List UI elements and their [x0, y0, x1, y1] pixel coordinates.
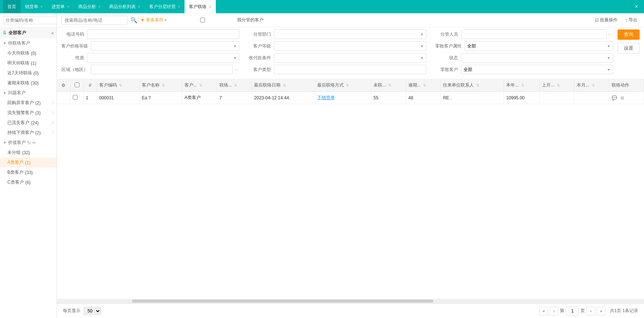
col-header-last-date[interactable]: 最后联络日期 ⇅	[252, 79, 315, 92]
cust-level-select[interactable]: ▼	[274, 41, 426, 51]
cust-type-input[interactable]	[274, 65, 426, 74]
nature-select[interactable]: ▼	[87, 53, 239, 63]
repurchase-help-icon[interactable]: ?	[51, 101, 54, 105]
row-action-contact-icon[interactable]: 💬	[612, 95, 617, 100]
sidebar-section-problem[interactable]: ▼ 问题客户	[0, 88, 57, 98]
batch-ops-button[interactable]: ☑ 批量操作	[592, 15, 620, 25]
page-number-input[interactable]	[566, 307, 579, 315]
sidebar-item-overdue[interactable]: 逾期未联络 (30)	[0, 78, 57, 88]
row-action-cell[interactable]: 💬 ⊞	[609, 92, 644, 104]
sidebar-item-declining[interactable]: 持续下滑客户 (2) ?	[0, 128, 57, 138]
filter-row-1: 电话号码 分管部门 ▼ 分管人员	[61, 29, 613, 39]
sidebar-item-ungroup[interactable]: 未分组 (32)	[0, 148, 57, 158]
sidebar-item-class-c[interactable]: C类客户 (6)	[0, 177, 57, 187]
select-all-checkbox[interactable]	[75, 82, 79, 87]
my-customers-filter[interactable]: 我分管的客户	[169, 17, 264, 23]
prev-page-button[interactable]: ‹	[550, 307, 558, 315]
class-b-label: B类客户	[7, 169, 24, 176]
sidebar-search-input[interactable]	[3, 16, 57, 24]
overdue-count: (30)	[31, 81, 39, 86]
col-header-check[interactable]	[70, 79, 83, 92]
row-last-method-cell[interactable]: 下销货单	[315, 92, 371, 104]
phone-input[interactable]	[87, 29, 239, 39]
sidebar-item-churned[interactable]: 已流失客户 (24) ?	[0, 118, 57, 128]
value-edit-icon[interactable]: ✏	[32, 140, 36, 145]
manager-dots-icon[interactable]: ···	[607, 32, 613, 37]
tab-analysis-close[interactable]: ×	[98, 4, 100, 9]
col-header-this-month[interactable]: 本月... ⇅	[575, 79, 609, 92]
col-header-code[interactable]: 客户编码 ⇅	[97, 79, 139, 92]
horizontal-scrollbar[interactable]	[57, 299, 644, 303]
col-header-last-method[interactable]: 最后联络方式 ⇅	[315, 79, 371, 92]
sidebar-item-repurchase[interactable]: 回购异常客户 (2) ?	[0, 98, 57, 108]
sidebar-item-class-a[interactable]: A类客户 (1)	[0, 158, 57, 167]
sidebar-search-bar: 🔍	[0, 13, 57, 28]
col-header-contact-count[interactable]: 联络... ⇅	[217, 79, 252, 92]
col-header-level[interactable]: 客户... ⇅	[182, 79, 217, 92]
last-page-button[interactable]: »	[597, 307, 605, 315]
tab-purchase-close[interactable]: ×	[67, 4, 69, 9]
churned-help-icon[interactable]: ?	[51, 121, 54, 125]
status-select[interactable]: ▼	[461, 53, 613, 63]
sidebar-item-tomorrow[interactable]: 明天待联络 (1)	[0, 58, 57, 68]
col-last-month-label: 上月...	[542, 82, 554, 88]
col-header-gear[interactable]: ⚙	[57, 79, 70, 92]
tab-analysis-list-close[interactable]: ×	[138, 4, 140, 9]
row-level: A类客户	[185, 95, 201, 100]
nav-tab-purchase[interactable]: 进货单 ×	[47, 0, 74, 13]
col-header-last-month[interactable]: 上月... ⇅	[540, 79, 575, 92]
collapse-sidebar-icon[interactable]: «	[51, 31, 54, 36]
nav-tab-customer-tier[interactable]: 客户分层经营 ×	[145, 0, 185, 13]
declining-help-icon[interactable]: ?	[51, 131, 54, 135]
sidebar-section-pending[interactable]: ▼ 待联络客户	[0, 38, 57, 48]
col-header-uncontacted[interactable]: 未联... ⇅	[371, 79, 406, 92]
row-last-method[interactable]: 下销货单	[317, 95, 335, 100]
tab-customer-contact-close[interactable]: ×	[209, 4, 211, 9]
price-level-select[interactable]: ▼	[91, 41, 239, 51]
region-dots-icon[interactable]: ···	[233, 67, 239, 72]
nav-tab-sales[interactable]: 销货单 ×	[21, 0, 47, 13]
col-contact-count-label: 联络...	[219, 82, 232, 88]
search-button[interactable]: 🔍	[130, 17, 137, 24]
sidebar-item-week[interactable]: 近7天待联络 (0)	[0, 68, 57, 78]
nav-tab-customer-contact[interactable]: 客户联络 ×	[185, 0, 215, 13]
churn-warn-help-icon[interactable]: ?	[51, 111, 54, 115]
scroll-thumb[interactable]	[132, 300, 433, 303]
nav-tab-home[interactable]: 首页	[3, 0, 21, 13]
dept-select[interactable]: ▼	[274, 29, 426, 39]
all-customers-header[interactable]: ⠿ 全部客户 «	[0, 28, 57, 38]
gear-icon[interactable]: ⚙	[61, 83, 65, 88]
col-header-year-amount[interactable]: 本年... ⇅	[504, 79, 540, 92]
sidebar-section-value[interactable]: ▼ 价值客户 ↻ ✏	[0, 138, 57, 148]
row-check-cell[interactable]	[70, 92, 83, 104]
search-input[interactable]	[61, 16, 128, 25]
customer-table: ⚙ # 客户编码 ⇅ 客户名称	[57, 79, 644, 104]
my-customers-checkbox[interactable]	[169, 18, 236, 22]
region-input[interactable]	[91, 65, 233, 74]
sidebar-item-churn-warn[interactable]: 流失预警客户 (3) ?	[0, 108, 57, 118]
close-all-tabs-button[interactable]: ×	[632, 3, 641, 10]
tab-customer-tier-close[interactable]: ×	[178, 4, 180, 9]
setting-button[interactable]: 设置	[618, 43, 640, 54]
row-action-qr-icon[interactable]: ⊞	[620, 95, 624, 100]
col-header-overdue[interactable]: 逾期... ⇅	[406, 79, 441, 92]
col-header-contact-person[interactable]: 往来单位联系人 ⇅	[441, 79, 504, 92]
page-size-select[interactable]: 50	[83, 307, 101, 315]
first-page-button[interactable]: «	[539, 307, 548, 315]
more-filters-button[interactable]: ▼ 更多条件 ▾	[140, 17, 167, 23]
nav-tab-analysis-list[interactable]: 商品分析列表 ×	[105, 0, 144, 13]
next-page-button[interactable]: ›	[586, 307, 595, 315]
payment-select[interactable]: ▼	[274, 53, 426, 63]
query-button[interactable]: 查询	[618, 29, 640, 40]
tab-sales-close[interactable]: ×	[40, 4, 43, 9]
manager-input[interactable]	[461, 29, 607, 39]
sidebar-item-class-b[interactable]: B类客户 (33)	[0, 167, 57, 177]
nav-tab-analysis[interactable]: 商品分析 ×	[74, 0, 105, 13]
retail-select[interactable]: 全部 ▼	[461, 65, 613, 74]
export-button[interactable]: ↑ 导出	[623, 15, 640, 25]
value-refresh-icon[interactable]: ↻	[27, 140, 31, 145]
sidebar-item-today[interactable]: 今天待联络 (0)	[0, 48, 57, 58]
col-header-name[interactable]: 客户名称 ⇅	[139, 79, 182, 92]
retail-attr-select[interactable]: 全部 ▼	[465, 41, 613, 51]
row-checkbox[interactable]	[73, 95, 78, 100]
